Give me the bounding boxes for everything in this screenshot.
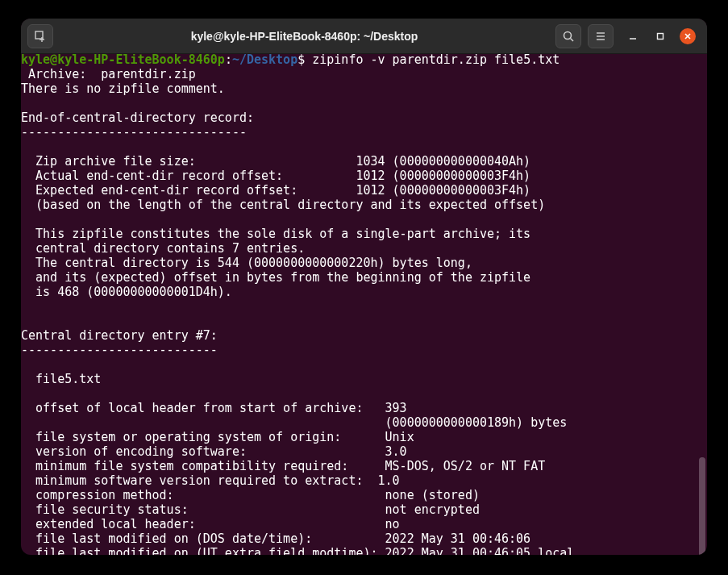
search-icon [562,30,575,43]
maximize-button[interactable] [652,28,668,44]
new-tab-button[interactable] [27,24,53,48]
window-controls [620,28,701,44]
output-line: Central directory entry #7: [21,328,218,343]
output-line: minimum software version required to ext… [21,473,400,488]
output-line: Actual end-cent-dir record offset: 1012 … [21,169,530,183]
close-button[interactable] [680,28,696,44]
search-button[interactable] [555,24,581,48]
output-line: file5.txt [21,372,101,386]
hamburger-icon [594,30,607,43]
output-line: (based on the length of the central dire… [21,198,545,212]
minimize-icon [629,32,637,40]
output-line: Zip archive file size: 1034 (00000000000… [21,154,530,169]
window-title: kyle@kyle-HP-EliteBook-8460p: ~/Desktop [60,30,549,43]
command-text: zipinfo -v parentdir.zip file5.txt [312,54,560,67]
output-line: offset of local header from start of arc… [21,401,407,415]
terminal-viewport[interactable]: kyle@kyle-HP-EliteBook-8460p:~/Desktop$ … [21,54,707,555]
output-line: is 468 (00000000000001D4h). [21,285,232,299]
prompt-path: ~/Desktop [232,54,297,67]
output-line: extended local header: no [21,517,400,531]
menu-button[interactable] [588,24,614,48]
output-line: This zipfile constitutes the sole disk o… [21,227,530,241]
new-tab-icon [34,30,47,43]
output-line: (0000000000000189h) bytes [21,415,567,430]
terminal-window: kyle@kyle-HP-EliteBook-8460p: ~/Desktop [21,19,707,555]
svg-rect-9 [658,33,664,39]
output-line: compression method: none (stored) [21,488,480,502]
output-line: --------------------------- [21,343,218,357]
output-line: version of encoding software: 3.0 [21,444,407,459]
output-line: minimum file system compatibility requir… [21,459,545,473]
minimize-button[interactable] [625,28,641,44]
maximize-icon [656,32,664,40]
svg-line-4 [571,38,574,41]
output-line: file system or operating system of origi… [21,430,414,444]
output-line: ------------------------------- [21,125,247,140]
output-line: file last modified on (UT extra field mo… [21,546,574,555]
titlebar: kyle@kyle-HP-EliteBook-8460p: ~/Desktop [21,19,707,54]
prompt-colon: : [225,54,232,67]
output-line: Expected end-cent-dir record offset: 101… [21,183,530,198]
prompt-userhost: kyle@kyle-HP-EliteBook-8460p [21,54,225,67]
output-line: file security status: not encrypted [21,502,480,517]
output-line: central directory contains 7 entries. [21,241,305,256]
output-line: The central directory is 544 (0000000000… [21,256,472,270]
scrollbar-thumb[interactable] [699,457,705,555]
output-line: and its (expected) offset in bytes from … [21,270,530,285]
terminal-content: kyle@kyle-HP-EliteBook-8460p:~/Desktop$ … [21,54,707,555]
close-icon [684,32,692,40]
output-line: End-of-central-directory record: [21,110,254,125]
output-line: Archive: parentdir.zip [21,67,196,81]
prompt-dollar: $ [297,54,312,67]
output-line: file last modified on (DOS date/time): 2… [21,531,530,546]
output-line: There is no zipfile comment. [21,81,225,96]
svg-point-3 [564,31,572,39]
